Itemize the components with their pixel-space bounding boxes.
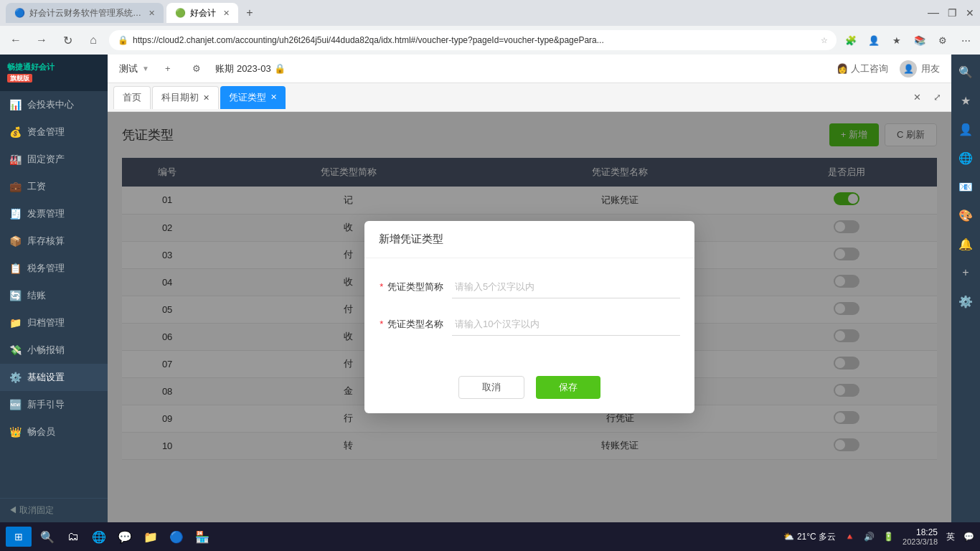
inventory-icon: 📦 — [9, 235, 22, 248]
tab-actions: ✕ ⤢ — [908, 89, 946, 106]
workspace-settings-icon[interactable]: ⚙ — [187, 59, 207, 79]
maximize-button[interactable]: ❐ — [948, 7, 957, 19]
address-bar-row: ← → ↻ ⌂ 🔒 https://cloud2.chanjet.com/acc… — [0, 26, 980, 55]
taskbar-wechat-icon[interactable]: 💬 — [115, 527, 135, 547]
workspace-name: 测试 — [119, 62, 138, 75]
sidebar-item-settings[interactable]: ⚙️ 基础设置 — [0, 364, 108, 391]
expand-tab-icon[interactable]: ⤢ — [928, 89, 946, 106]
taskbar-store-icon[interactable]: 🏪 — [192, 527, 212, 547]
sidebar-item-assets-label: 固定资产 — [27, 153, 65, 166]
sidebar-item-member[interactable]: 👑 畅会员 — [0, 418, 108, 446]
minimize-button[interactable]: — — [928, 6, 939, 19]
right-star-icon[interactable]: ★ — [954, 89, 977, 112]
back-button[interactable]: ← — [6, 30, 26, 50]
cancel-button[interactable]: 取消 — [458, 376, 524, 399]
right-add-icon[interactable]: + — [954, 261, 977, 284]
sidebar-item-salary[interactable]: 💼 工资 — [0, 173, 108, 200]
taskbar-clock: 18:25 2023/3/18 — [903, 527, 938, 546]
favorites-icon[interactable]: ★ — [888, 32, 905, 49]
right-search-icon[interactable]: 🔍 — [954, 60, 977, 83]
right-globe-icon[interactable]: 🌐 — [954, 146, 977, 169]
taskbar-lang: 英 — [946, 531, 955, 543]
refresh-button[interactable]: ↻ — [57, 30, 77, 50]
name-input[interactable] — [452, 313, 680, 336]
forward-button[interactable]: → — [32, 30, 52, 50]
browser-tab-1-label: 好会计云财务软件管理系统_会计 — [29, 7, 141, 19]
user-label: 用友 — [921, 62, 940, 75]
consult-button[interactable]: 👩 人工咨询 — [837, 62, 888, 75]
sidebar-item-inventory[interactable]: 📦 库存核算 — [0, 227, 108, 255]
taskbar-weather: ⛅ 21°C 多云 — [783, 531, 836, 543]
taskbar-date: 2023/3/18 — [903, 537, 938, 546]
tab-voucher-type[interactable]: 凭证类型 ✕ — [220, 86, 286, 109]
tab-subjects-close[interactable]: ✕ — [203, 93, 209, 103]
sidebar-item-archive[interactable]: 📁 归档管理 — [0, 309, 108, 336]
taskbar-search-icon[interactable]: 🔍 — [37, 527, 57, 547]
sidebar-item-invoice-label: 发票管理 — [27, 207, 65, 220]
browser-tab-2-close[interactable]: ✕ — [223, 9, 230, 18]
right-bell-icon[interactable]: 🔔 — [954, 232, 977, 255]
tab-subjects[interactable]: 科目期初 ✕ — [152, 86, 219, 109]
taskbar-notification-icon[interactable]: 💬 — [963, 532, 974, 542]
abbr-input[interactable] — [452, 276, 680, 298]
invoice-icon: 🧾 — [9, 207, 22, 220]
right-gear-icon[interactable]: ⚙️ — [954, 290, 977, 313]
start-button[interactable]: ⊞ — [6, 527, 32, 547]
taskbar-task-view-icon[interactable]: 🗂 — [63, 527, 83, 547]
right-mail-icon[interactable]: 📧 — [954, 175, 977, 198]
right-user-icon[interactable]: 👤 — [954, 118, 977, 141]
tab-home[interactable]: 首页 — [113, 86, 151, 109]
save-button[interactable]: 保存 — [536, 376, 600, 399]
sidebar-item-assets[interactable]: 🏭 固定资产 — [0, 146, 108, 173]
period-info: 账期 2023-03 🔒 — [215, 62, 286, 75]
save-label: 保存 — [559, 382, 578, 392]
home-button[interactable]: ⌂ — [83, 30, 103, 50]
new-tab-button[interactable]: + — [241, 4, 258, 22]
browser-tab-1[interactable]: 🔵 好会计云财务软件管理系统_会计 ✕ — [6, 3, 164, 23]
workspace-selector[interactable]: 测试 ▼ — [119, 62, 149, 75]
address-bar[interactable]: 🔒 https://cloud2.chanjet.com/accounting/… — [109, 30, 837, 50]
sidebar-collapse-button[interactable]: ◀ 取消固定 — [0, 498, 108, 522]
taskbar-folder-icon[interactable]: 📁 — [141, 527, 161, 547]
sidebar-item-reports[interactable]: 📊 会投表中心 — [0, 91, 108, 118]
browser-tab-1-close[interactable]: ✕ — [149, 9, 155, 18]
assets-icon: 🏭 — [9, 153, 22, 166]
taskbar-chrome-icon[interactable]: 🌐 — [89, 527, 109, 547]
sidebar-item-invoice[interactable]: 🧾 发票管理 — [0, 200, 108, 227]
funds-icon: 💰 — [9, 126, 22, 138]
profile-icon[interactable]: 👤 — [865, 32, 882, 49]
sidebar-item-expense[interactable]: 💸 小畅报销 — [0, 336, 108, 364]
browser-tab-2[interactable]: 🟢 好会计 ✕ — [166, 3, 238, 23]
collections-icon[interactable]: 📚 — [911, 32, 928, 49]
tab-voucher-type-close[interactable]: ✕ — [270, 93, 277, 102]
sidebar-item-tax-label: 税务管理 — [27, 262, 65, 275]
name-label: * 凭证类型名称 — [379, 318, 443, 331]
taskbar-edge-icon[interactable]: 🔵 — [166, 527, 187, 547]
settings-icon[interactable]: ⚙ — [934, 32, 951, 49]
sidebar-item-member-label: 畅会员 — [27, 425, 55, 438]
extensions-icon[interactable]: 🧩 — [842, 32, 859, 49]
add-workspace-button[interactable]: + — [158, 59, 178, 79]
sidebar-item-settlement-label: 结账 — [27, 289, 46, 302]
modal-footer: 取消 保存 — [364, 367, 694, 413]
right-color-icon[interactable]: 🎨 — [954, 204, 977, 227]
period-value: 2023-03 — [237, 63, 271, 74]
collapse-tab-icon[interactable]: ✕ — [908, 89, 925, 106]
sidebar-logo-line1: 畅捷通好会计 — [7, 62, 55, 72]
user-info[interactable]: 👤 用友 — [900, 60, 940, 77]
sidebar-item-reports-label: 会投表中心 — [27, 98, 74, 111]
taskbar-sound-icon: 🔊 — [864, 532, 875, 542]
sidebar-item-tax[interactable]: 📋 税务管理 — [0, 255, 108, 282]
close-window-button[interactable]: ✕ — [966, 7, 974, 19]
sidebar-item-settings-label: 基础设置 — [27, 371, 65, 384]
sidebar-item-archive-label: 归档管理 — [27, 316, 65, 329]
sidebar-item-settlement[interactable]: 🔄 结账 — [0, 282, 108, 309]
taskbar-battery-icon: 🔋 — [883, 532, 894, 542]
bookmark-icon[interactable]: ☆ — [821, 36, 828, 45]
sidebar-item-salary-label: 工资 — [27, 180, 46, 193]
sidebar-item-funds[interactable]: 💰 资金管理 — [0, 118, 108, 146]
name-form-row: * 凭证类型名称 — [379, 313, 680, 336]
sidebar-item-guide[interactable]: 🆕 新手引导 — [0, 391, 108, 418]
taskbar-network-icon: 🔺 — [844, 532, 855, 542]
more-icon[interactable]: ⋯ — [957, 32, 974, 49]
